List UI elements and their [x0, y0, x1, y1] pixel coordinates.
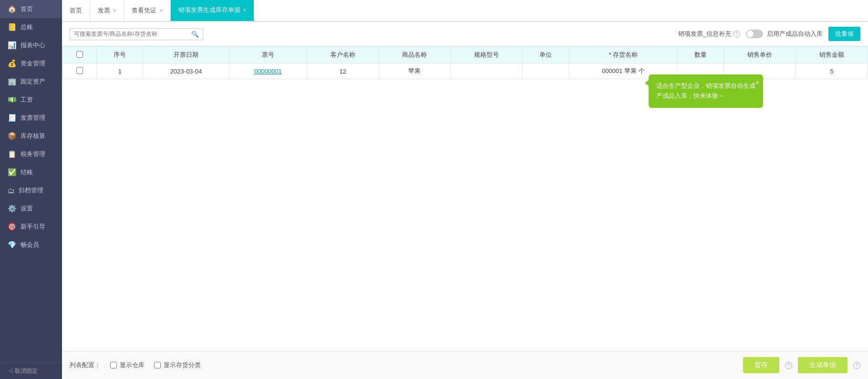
archive-icon: 🗂: [8, 187, 15, 195]
tab-label-home-tab: 首页: [70, 6, 82, 15]
col-header-date: 开票日期: [143, 47, 229, 63]
col-header-product: 商品名称: [379, 47, 451, 63]
settings-icon: ⚙️: [8, 204, 17, 213]
col-header-customer: 客户名称: [307, 47, 379, 63]
sidebar-item-report[interactable]: 📊报表中心: [0, 36, 62, 54]
show-category-option[interactable]: 显示存货分类: [154, 361, 201, 369]
invoice-icon: 🧾: [8, 114, 17, 122]
fund-icon: 💰: [8, 59, 17, 68]
sidebar-label-archive: 归档管理: [19, 186, 43, 195]
tooltip-close-button[interactable]: ×: [755, 77, 759, 88]
sidebar-item-settings[interactable]: ⚙️设置: [0, 200, 62, 218]
sidebar-label-report: 报表中心: [21, 41, 45, 50]
col-header-qty: 数量: [678, 47, 724, 63]
sidebar-label-asset: 固定资产: [21, 77, 45, 86]
sidebar-item-fund[interactable]: 💰资金管理: [0, 54, 62, 73]
sidebar-item-asset[interactable]: 🏢固定资产: [0, 73, 62, 91]
sidebar-label-home: 首页: [21, 5, 33, 13]
col-header-spec: 规格型号: [451, 47, 523, 63]
invoice-number-link-0[interactable]: 00000001: [254, 68, 282, 75]
sidebar-item-ledger[interactable]: 📒总账: [0, 18, 62, 36]
tab-home-tab[interactable]: 首页: [62, 0, 90, 21]
toggle-wrapper: 启用产成品自动入库: [746, 30, 823, 38]
batch-button[interactable]: 批量修: [828, 27, 860, 41]
col-header-seq: 序号: [97, 47, 143, 63]
col-header-number: 票号: [229, 47, 307, 63]
generate-button[interactable]: 生成单据: [798, 357, 847, 373]
tab-close-voucher-tab[interactable]: ×: [159, 8, 162, 13]
asset-icon: 🏢: [8, 77, 17, 86]
tab-close-sales-stock-tab[interactable]: ×: [243, 7, 246, 13]
col-header-unit: 单位: [522, 47, 568, 63]
payroll-icon: 💵: [8, 95, 17, 104]
sidebar-label-fund: 资金管理: [21, 59, 45, 68]
cell-amount-0: 5: [796, 63, 868, 79]
show-category-checkbox[interactable]: [154, 362, 161, 368]
tab-close-invoice-tab[interactable]: ×: [113, 8, 116, 13]
col-header-checkbox: [62, 47, 97, 63]
sidebar-item-archive[interactable]: 🗂归档管理: [0, 181, 62, 200]
sidebar-label-inventory: 库存核算: [21, 132, 45, 140]
tab-voucher-tab[interactable]: 查看凭证×: [124, 0, 170, 21]
show-warehouse-checkbox[interactable]: [110, 362, 117, 368]
main-area: 首页发票×查看凭证×销项发票生成库存单据× 🔍 销项发票_信息补充 ? 启用产成…: [62, 0, 868, 379]
sidebar-item-invoice[interactable]: 🧾发票管理: [0, 109, 62, 127]
sidebar-item-home[interactable]: 🏠首页: [0, 0, 62, 18]
sidebar-label-payroll: 工资: [21, 95, 33, 104]
ledger-icon: 📒: [8, 23, 17, 32]
cell-customer-0: 12: [307, 63, 379, 79]
guide-icon: 🎯: [8, 222, 17, 231]
inventory-icon: 📦: [8, 132, 17, 140]
cell-product-0: 苹果: [379, 63, 451, 79]
footer: 列表配置： 显示仓库 显示存货分类 暂存 ? 生成单据 ?: [62, 351, 868, 379]
sidebar-label-guide: 新手引导: [21, 222, 45, 231]
sidebar-label-invoice: 发票管理: [21, 114, 45, 122]
tab-label-voucher-tab: 查看凭证: [132, 6, 156, 15]
row-checkbox-0[interactable]: [76, 67, 83, 74]
search-input[interactable]: [74, 31, 188, 37]
content-area: 🔍 销项发票_信息补充 ? 启用产成品自动入库 批量修 序号开票日期票号客户名称…: [62, 22, 868, 379]
sidebar-label-settings: 设置: [21, 204, 33, 213]
auto-warehouse-toggle[interactable]: [746, 30, 763, 38]
toolbar: 🔍 销项发票_信息补充 ? 启用产成品自动入库 批量修: [62, 22, 868, 46]
sidebar-label-tax: 税务管理: [21, 150, 45, 158]
col-header-stock_name: * 存货名称: [569, 47, 678, 63]
info-icon[interactable]: ?: [733, 31, 740, 38]
sidebar-item-settle[interactable]: ✅结账: [0, 163, 62, 181]
cell-date-0: 2023-03-04: [143, 63, 229, 79]
pin-icon: ◁: [8, 368, 13, 374]
cell-checkbox-0: [62, 63, 97, 79]
generate-info-icon[interactable]: ?: [853, 362, 860, 369]
sidebar-label-vip: 畅会员: [21, 241, 39, 249]
tab-sales-stock-tab[interactable]: 销项发票生成库存单据×: [171, 0, 254, 21]
save-info-icon[interactable]: ?: [785, 362, 792, 369]
report-icon: 📊: [8, 41, 17, 50]
footer-actions: 暂存 ? 生成单据 ?: [743, 357, 860, 373]
tax-icon: 📋: [8, 150, 17, 158]
sidebar: 🏠首页📒总账📊报表中心💰资金管理🏢固定资产💵工资🧾发票管理📦库存核算📋税务管理✅…: [0, 0, 62, 379]
sidebar-item-vip[interactable]: 💎畅会员: [0, 236, 62, 254]
info-label: 销项发票_信息补充 ?: [678, 30, 740, 38]
tab-label-sales-stock-tab: 销项发票生成库存单据: [178, 6, 240, 14]
show-warehouse-option[interactable]: 显示仓库: [110, 361, 145, 369]
sidebar-item-tax[interactable]: 📋税务管理: [0, 145, 62, 163]
sidebar-item-guide[interactable]: 🎯新手引导: [0, 218, 62, 236]
save-button[interactable]: 暂存: [743, 357, 779, 373]
list-config-label: 列表配置：: [70, 361, 101, 369]
home-icon: 🏠: [8, 5, 17, 13]
sidebar-label-settle: 结账: [21, 168, 33, 177]
search-box[interactable]: 🔍: [70, 28, 203, 40]
select-all-checkbox[interactable]: [76, 51, 83, 58]
sidebar-item-payroll[interactable]: 💵工资: [0, 91, 62, 109]
unpin-sidebar[interactable]: ◁ 取消固定: [0, 363, 62, 379]
sidebar-item-inventory[interactable]: 📦库存核算: [0, 127, 62, 145]
tab-invoice-tab[interactable]: 发票×: [90, 0, 124, 21]
col-header-unit_price: 销售单价: [724, 47, 796, 63]
settle-icon: ✅: [8, 168, 17, 177]
tooltip-popup: × 适合生产型企业，销项发票自动生成产成品入库，快来体验～: [649, 74, 763, 108]
search-icon: 🔍: [191, 31, 199, 38]
cell-number-0[interactable]: 00000001: [229, 63, 307, 79]
tab-bar: 首页发票×查看凭证×销项发票生成库存单据×: [62, 0, 868, 22]
show-category-label: 显示存货分类: [164, 361, 201, 369]
vip-icon: 💎: [8, 241, 17, 249]
